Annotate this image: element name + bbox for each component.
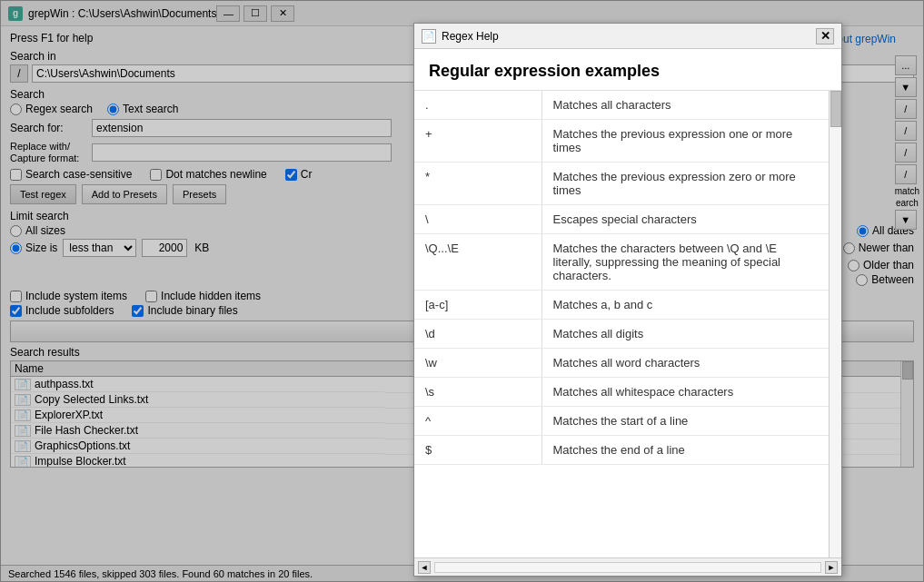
regex-description: Matches the previous expression one or m…	[541, 120, 829, 163]
regex-table-row: \s Matches all whitespace characters	[414, 378, 829, 407]
dialog-content: Regular expression examples . Matches al…	[414, 49, 841, 557]
regex-table-row: \w Matches all word characters	[414, 349, 829, 378]
dialog-doc-icon: 📄	[422, 29, 436, 44]
regex-description: Matches all whitespace characters	[541, 378, 829, 407]
regex-symbol: $	[414, 436, 541, 465]
regex-table-row: [a-c] Matches a, b and c	[414, 291, 829, 320]
regex-description: Matches all characters	[541, 91, 829, 120]
regex-description: Matches the start of a line	[541, 407, 829, 436]
regex-table-row: \d Matches all digits	[414, 320, 829, 349]
dialog-title-bar: 📄 Regex Help ✕	[414, 24, 841, 49]
regex-table-row: \Q...\E Matches the characters between \…	[414, 234, 829, 291]
dialog-scrollbar-thumb	[830, 91, 841, 127]
regex-description: Matches the end of a line	[541, 436, 829, 465]
dialog-heading: Regular expression examples	[414, 49, 841, 91]
regex-table-row: ^ Matches the start of a line	[414, 407, 829, 436]
regex-table-row: * Matches the previous expression zero o…	[414, 163, 829, 205]
regex-symbol: \	[414, 205, 541, 234]
bottom-scrollbar[interactable]	[434, 562, 821, 573]
regex-description: Matches a, b and c	[541, 291, 829, 320]
regex-symbol: \s	[414, 378, 541, 407]
regex-symbol: +	[414, 120, 541, 163]
regex-symbol: *	[414, 163, 541, 205]
regex-table-row: . Matches all characters	[414, 91, 829, 120]
dialog-scroll-container: . Matches all characters + Matches the p…	[414, 91, 841, 557]
regex-table-row: \ Escapes special characters	[414, 205, 829, 234]
regex-symbol: .	[414, 91, 541, 120]
regex-description: Escapes special characters	[541, 205, 829, 234]
dialog-scroll-area[interactable]: . Matches all characters + Matches the p…	[414, 91, 841, 557]
regex-symbol: ^	[414, 407, 541, 436]
regex-description: Matches all word characters	[541, 349, 829, 378]
dialog-close-button[interactable]: ✕	[816, 28, 834, 44]
regex-table: . Matches all characters + Matches the p…	[414, 91, 829, 465]
dialog-bottom-bar: ◄ ►	[414, 557, 841, 576]
regex-table-row: + Matches the previous expression one or…	[414, 120, 829, 163]
regex-table-row: $ Matches the end of a line	[414, 436, 829, 465]
regex-description: Matches the characters between \Q and \E…	[541, 234, 829, 291]
dialog-scrollbar[interactable]	[829, 91, 841, 557]
regex-symbol: \Q...\E	[414, 234, 541, 291]
regex-symbol: [a-c]	[414, 291, 541, 320]
regex-description: Matches the previous expression zero or …	[541, 163, 829, 205]
scroll-right-button[interactable]: ►	[825, 561, 838, 574]
regex-help-dialog: 📄 Regex Help ✕ Regular expression exampl…	[413, 23, 842, 577]
dialog-title-text: Regex Help	[442, 30, 816, 43]
scroll-left-button[interactable]: ◄	[418, 561, 431, 574]
regex-symbol: \w	[414, 349, 541, 378]
regex-symbol: \d	[414, 320, 541, 349]
regex-description: Matches all digits	[541, 320, 829, 349]
